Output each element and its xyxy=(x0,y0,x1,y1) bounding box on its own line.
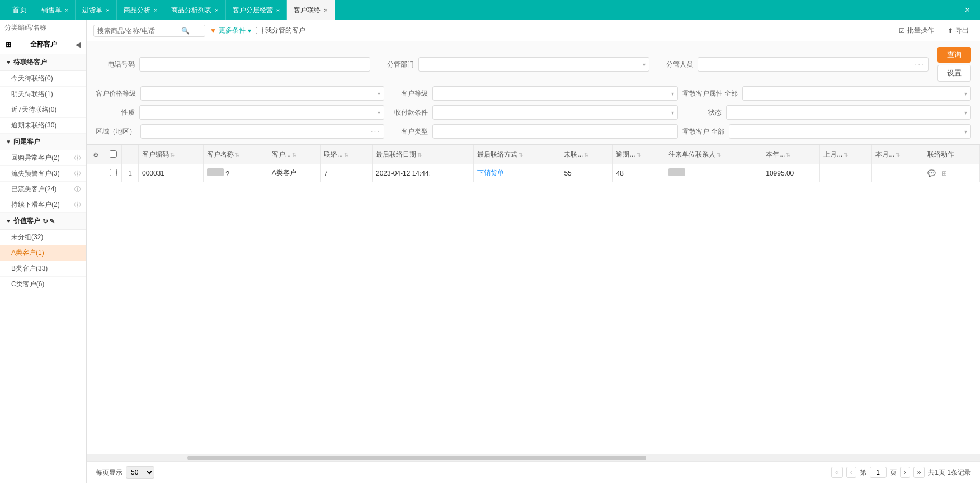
nature-select[interactable]: ▾ xyxy=(139,105,384,120)
close-tab-customer-contact[interactable]: × xyxy=(324,7,327,13)
phone-input[interactable] xyxy=(139,57,370,72)
th-this-month[interactable]: 本月...⇅ xyxy=(872,145,924,164)
sidebar-item-tomorrow[interactable]: 明天待联络(1) xyxy=(0,87,86,102)
close-all-tabs[interactable]: × xyxy=(959,5,976,15)
status-select[interactable]: ▾ xyxy=(726,105,971,120)
page-number-input[interactable] xyxy=(870,467,887,478)
info-icon-3: ⓘ xyxy=(74,185,81,193)
th-last-date[interactable]: 最后联络日期⇅ xyxy=(372,145,473,164)
close-tab-customer-layer[interactable]: × xyxy=(276,7,280,13)
cell-last-method[interactable]: 下销货单 xyxy=(474,164,560,182)
edit-icon[interactable]: ✎ xyxy=(49,217,55,225)
close-tab-analysis[interactable]: × xyxy=(154,7,157,13)
nav-tab-analysis[interactable]: 商品分析 × xyxy=(117,0,164,20)
retail-select[interactable]: ▾ xyxy=(729,124,971,139)
sidebar-item-7days[interactable]: 近7天待联络(0) xyxy=(0,102,86,118)
sidebar-item-overdue[interactable]: 逾期未联络(30) xyxy=(0,118,86,134)
sidebar-item-declining[interactable]: 持续下滑客户(2) ⓘ xyxy=(0,197,86,213)
grid-icon: ⊞ xyxy=(6,41,11,49)
cell-code[interactable]: 000031 xyxy=(139,164,204,182)
pagination: « ‹ 第 页 › » 共1页 1条记录 xyxy=(831,467,971,478)
close-tab-sales[interactable]: × xyxy=(65,7,68,13)
group-title-waiting[interactable]: ▼ 待联络客户 xyxy=(0,54,86,71)
cell-checkbox[interactable] xyxy=(105,164,122,182)
sidebar-item-lost-warning[interactable]: 流失预警客户(3) ⓘ xyxy=(0,166,86,182)
first-page-btn[interactable]: « xyxy=(831,467,843,478)
th-last-method[interactable]: 最后联络方式⇅ xyxy=(474,145,560,164)
nav-tab-customer-layer[interactable]: 客户分层经营 × xyxy=(226,0,287,20)
sidebar-item-a-class[interactable]: A类客户(1) xyxy=(0,245,86,261)
group-title-value[interactable]: ▼ 价值客户 ↻ ✎ xyxy=(0,213,86,230)
more-conditions-btn[interactable]: ▼ 更多条件 ▾ xyxy=(210,26,251,35)
advanced-filter: 电话号码 分管部门 ▾ 分管人员 ··· 查询 设置 xyxy=(87,41,980,145)
select-all-checkbox[interactable] xyxy=(110,150,117,158)
my-customers-checkbox[interactable]: 我分管的客户 xyxy=(256,26,305,35)
batch-icon: ☑ xyxy=(899,27,905,35)
table-header: ⚙ 客户编码⇅ 客户名称⇅ 客户...⇅ 联络...⇅ 最后联络日期⇅ 最后联络… xyxy=(87,145,980,164)
th-overdue[interactable]: 逾期...⇅ xyxy=(613,145,665,164)
th-uncontacted[interactable]: 未联...⇅ xyxy=(560,145,613,164)
nav-tab-analysis-list[interactable]: 商品分析列表 × xyxy=(164,0,225,20)
th-settings[interactable]: ⚙ xyxy=(87,145,105,164)
sidebar-item-lost[interactable]: 已流失客户(24) ⓘ xyxy=(0,182,86,197)
page-size-select[interactable]: 50 100 200 xyxy=(126,466,154,479)
refresh-icon[interactable]: ↻ xyxy=(43,217,48,225)
nav-tab-sales[interactable]: 销售单 × xyxy=(35,0,76,20)
close-tab-analysis-list[interactable]: × xyxy=(215,7,218,13)
main-search-icon[interactable]: 🔍 xyxy=(181,27,190,35)
page-size-label: 每页显示 xyxy=(96,468,123,477)
setting-btn[interactable]: 设置 xyxy=(937,65,971,82)
region-input[interactable]: ··· xyxy=(140,124,384,139)
th-code[interactable]: 客户编码⇅ xyxy=(139,145,204,164)
export-btn[interactable]: ⬆ 导出 xyxy=(943,23,973,37)
customer-level-select[interactable]: ▾ xyxy=(432,86,677,101)
sidebar-item-c-class[interactable]: C类客户(6) xyxy=(0,277,86,292)
toolbar-right: ☑ 批量操作 ⬆ 导出 xyxy=(894,23,973,37)
next-page-btn[interactable]: › xyxy=(900,467,910,478)
last-page-btn[interactable]: » xyxy=(913,467,925,478)
payment-select[interactable]: ▾ xyxy=(432,105,677,120)
customer-type-input[interactable] xyxy=(432,124,677,139)
cell-overdue: 48 xyxy=(613,164,665,182)
nav-tab-home[interactable]: 首页 xyxy=(4,0,35,20)
field-payment: 收付款条件 ▾ xyxy=(389,105,677,120)
nav-tab-customer-contact[interactable]: 客户联络 × xyxy=(287,0,334,20)
th-contact[interactable]: 联络...⇅ xyxy=(320,145,372,164)
query-btn[interactable]: 查询 xyxy=(937,47,971,63)
sidebar-item-abnormal[interactable]: 回购异常客户(2) ⓘ xyxy=(0,150,86,166)
info-icon-4: ⓘ xyxy=(74,201,81,209)
name-gray-block xyxy=(207,168,224,176)
qr-icon[interactable]: ⊞ xyxy=(941,169,947,177)
sidebar-item-b-class[interactable]: B类客户(33) xyxy=(0,261,86,277)
manager-select[interactable]: ··· xyxy=(698,57,929,72)
th-this-year[interactable]: 本年...⇅ xyxy=(762,145,820,164)
all-customers-label[interactable]: 全部客户 xyxy=(30,40,57,49)
group-title-problem[interactable]: ▼ 问题客户 xyxy=(0,134,86,150)
close-tab-purchase[interactable]: × xyxy=(106,7,109,13)
last-method-link[interactable]: 下销货单 xyxy=(477,169,504,177)
th-checkbox[interactable] xyxy=(105,145,122,164)
row-checkbox[interactable] xyxy=(110,169,117,176)
prev-page-btn[interactable]: ‹ xyxy=(846,467,856,478)
main-search-input[interactable] xyxy=(97,27,181,35)
sidebar-item-today[interactable]: 今天待联络(0) xyxy=(0,71,86,87)
scroll-thumb[interactable] xyxy=(187,456,646,460)
retail-attr-select[interactable]: ▾ xyxy=(742,86,971,101)
batch-op-btn[interactable]: ☑ 批量操作 xyxy=(894,23,939,37)
nav-tab-purchase[interactable]: 进货单 × xyxy=(76,0,116,20)
chat-icon[interactable]: 💬 xyxy=(927,169,936,177)
horizontal-scrollbar[interactable] xyxy=(87,454,980,461)
th-type[interactable]: 客户...⇅ xyxy=(268,145,320,164)
sidebar-collapse-btn[interactable]: ◀ xyxy=(76,41,81,49)
th-last-month[interactable]: 上月...⇅ xyxy=(820,145,872,164)
sidebar-item-ungrouped[interactable]: 未分组(32) xyxy=(0,230,86,245)
dept-select[interactable]: ▾ xyxy=(418,57,649,72)
total-info: 共1页 1条记录 xyxy=(928,468,971,477)
price-level-label: 客户价格等级 xyxy=(96,89,136,98)
price-level-select[interactable]: ▾ xyxy=(140,86,384,101)
my-customers-check-input[interactable] xyxy=(256,27,263,34)
th-company-contact[interactable]: 往来单位联系人⇅ xyxy=(665,145,762,164)
top-nav: 首页 销售单 × 进货单 × 商品分析 × 商品分析列表 × 客户分层经营 × … xyxy=(0,0,980,20)
th-name[interactable]: 客户名称⇅ xyxy=(203,145,268,164)
sidebar-search-input[interactable] xyxy=(4,23,87,31)
